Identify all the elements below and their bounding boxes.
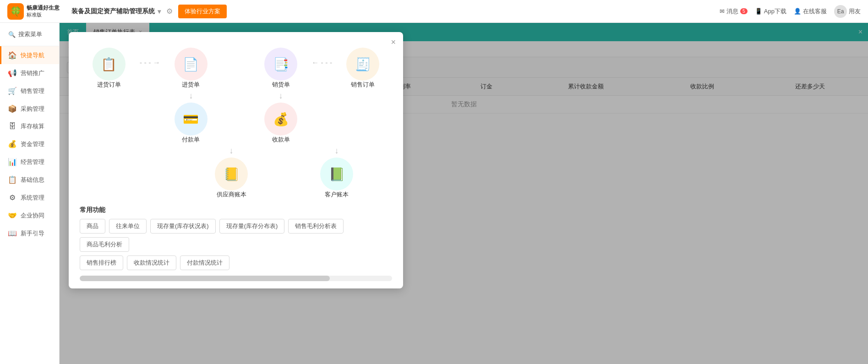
sales-order-label: 销售订单 <box>351 81 375 89</box>
purchase-slip-icon: 📄 <box>183 57 199 72</box>
home-icon: 🏠 <box>8 51 17 60</box>
supplier-ledger-label: 供应商账本 <box>217 190 246 199</box>
finance-icon: 💰 <box>8 140 17 148</box>
system-title: 装备及固定资产辅助管理系统 ▾ <box>71 7 161 16</box>
content-area: 首页 销售订单执行表 × × ❓ 帮助 🖨 按模板打印 ▾ <box>60 23 868 364</box>
purchase-slip-label: 进货单 <box>182 81 200 89</box>
wf-supplier-ledger: 📒 供应商账本 <box>197 158 266 199</box>
inventory-icon: 🗄 <box>8 122 17 130</box>
sidebar-item-sales[interactable]: 🛒 销售管理 <box>0 82 59 100</box>
supplier-ledger-icon-circle: 📒 <box>215 158 248 190</box>
sidebar-item-guide[interactable]: 📖 新手引导 <box>0 224 59 242</box>
arrow-down-sales: ↓ <box>251 89 310 103</box>
sidebar-search-area: 🔍 搜索菜单 <box>0 23 59 46</box>
payment-slip-label: 付款单 <box>182 136 200 144</box>
sales-slip-label: 销货单 <box>272 81 290 89</box>
wf-payment-slip: 💳 付款单 <box>162 103 220 144</box>
common-btn-receipt-stats[interactable]: 收款情况统计 <box>127 255 176 270</box>
sales-slip-icon: 📑 <box>273 57 289 72</box>
sidebar-item-marketing[interactable]: 📢 营销推广 <box>0 64 59 82</box>
online-service-button[interactable]: 👤 在线客服 <box>794 7 827 16</box>
customer-ledger-icon: 📗 <box>329 167 345 182</box>
sales-slip-icon-circle: 📑 <box>264 48 297 81</box>
workflow-diagram: 📋 进货订单 - - - → 📄 进货单 <box>80 43 392 199</box>
message-button[interactable]: ✉ 消息 5 <box>720 7 748 16</box>
popup-card: × 📋 进货订单 - - - → <box>69 32 403 288</box>
popup-close-button[interactable]: × <box>391 38 396 47</box>
popup-scrollbar[interactable] <box>80 276 392 281</box>
common-buttons-row-1: 商品 往来单位 现存量(库存状况表) 现存量(库存分布表) 销售毛利分析表 商品… <box>80 219 392 252</box>
search-icon: 🔍 <box>8 31 16 38</box>
wf-sales-slip: 📑 销货单 <box>251 48 310 89</box>
payment-slip-icon-circle: 💳 <box>175 103 207 136</box>
purchase-order-icon-circle: 📋 <box>93 48 126 81</box>
system-dropdown-arrow[interactable]: ▾ <box>158 8 161 15</box>
sidebar: 🔍 搜索菜单 🏠 快捷导航 📢 营销推广 🛒 销售管理 📦 <box>0 23 60 364</box>
sidebar-item-operation[interactable]: 📊 经营管理 <box>0 153 59 171</box>
wf-purchase-order: 📋 进货订单 <box>80 48 138 89</box>
message-badge: 5 <box>740 8 748 14</box>
sidebar-item-finance[interactable]: 💰 资金管理 <box>0 135 59 153</box>
common-buttons-row-2: 销售排行榜 收款情况统计 付款情况统计 <box>80 255 392 270</box>
sidebar-item-quick-nav[interactable]: 🏠 快捷导航 <box>0 46 59 64</box>
purchase-icon: 📦 <box>8 104 17 113</box>
marketing-icon: 📢 <box>8 69 17 77</box>
basic-info-icon: 📋 <box>8 175 17 184</box>
workflow-arrows-row-2: ↓ ↓ <box>80 144 392 158</box>
sales-icon: 🛒 <box>8 87 17 95</box>
settings-icon[interactable]: ⚙ <box>166 7 173 16</box>
system-icon: ⚙ <box>8 193 17 202</box>
logo-area: 🍀 畅康通好生意 标准版 <box>7 3 67 20</box>
sales-order-icon: 🧾 <box>355 57 371 72</box>
purchase-order-label: 进货订单 <box>97 81 121 89</box>
app-container: 🍀 畅康通好生意 标准版 装备及固定资产辅助管理系统 ▾ ⚙ 体验行业方案 ✉ … <box>0 0 868 364</box>
sidebar-item-system[interactable]: ⚙ 系统管理 <box>0 189 59 206</box>
sales-order-icon-circle: 🧾 <box>346 48 379 81</box>
common-btn-product-gross[interactable]: 商品毛利分析 <box>80 237 129 252</box>
purchase-order-icon: 📋 <box>101 57 117 72</box>
receipt-slip-label: 收款单 <box>272 136 290 144</box>
guide-icon: 📖 <box>8 229 17 238</box>
customer-ledger-icon-circle: 📗 <box>320 158 353 190</box>
sidebar-item-inventory[interactable]: 🗄 库存核算 <box>0 118 59 135</box>
arrow-down-receipt: ↓ <box>302 144 371 158</box>
workflow-row-3: 📒 供应商账本 📗 客户账本 <box>80 158 392 199</box>
common-btn-sales-gross[interactable]: 销售毛利分析表 <box>288 219 344 234</box>
sidebar-nav: 🏠 快捷导航 📢 营销推广 🛒 销售管理 📦 采购管理 🗄 库存核 <box>0 46 59 242</box>
avatar: Ea <box>834 5 847 18</box>
user-area[interactable]: Ea 用友 <box>834 5 861 18</box>
arrow-purchase: - - - → <box>138 59 162 67</box>
arrow-sales: - - - → <box>310 59 333 67</box>
sidebar-item-basic-info[interactable]: 📋 基础信息 <box>0 171 59 189</box>
service-icon: 👤 <box>794 8 801 15</box>
common-btn-payment-stats[interactable]: 付款情况统计 <box>180 255 229 270</box>
common-btn-stock-dist[interactable]: 现存量(库存分布表) <box>219 219 285 234</box>
common-btn-stock-status[interactable]: 现存量(库存状况表) <box>150 219 216 234</box>
common-functions-title: 常用功能 <box>80 206 392 214</box>
operation-icon: 📊 <box>8 158 17 166</box>
app-download-button[interactable]: 📱 App下载 <box>755 7 786 16</box>
workflow-arrows-row: ↓ ↓ <box>80 89 392 103</box>
arrow-down-payment: ↓ <box>197 144 266 158</box>
common-btn-partner[interactable]: 往来单位 <box>109 219 147 234</box>
wf-sales-order: 🧾 销售订单 <box>333 48 392 89</box>
download-icon: 📱 <box>755 8 762 15</box>
common-functions-section: 常用功能 商品 往来单位 现存量(库存状况表) 现存量(库存分布表) 销售毛利分… <box>80 206 392 270</box>
common-btn-product[interactable]: 商品 <box>80 219 105 234</box>
message-icon: ✉ <box>720 8 725 15</box>
workflow-row-2: 💳 付款单 💰 收款单 <box>80 103 392 144</box>
popup-overlay[interactable]: × 📋 进货订单 - - - → <box>60 23 868 364</box>
trial-button[interactable]: 体验行业方案 <box>178 5 227 18</box>
wf-receipt-slip: 💰 收款单 <box>251 103 310 144</box>
wf-purchase-slip: 📄 进货单 <box>162 48 220 89</box>
sidebar-item-purchase[interactable]: 📦 采购管理 <box>0 100 59 118</box>
search-menu-button[interactable]: 🔍 搜索菜单 <box>5 27 55 41</box>
top-right-area: ✉ 消息 5 📱 App下载 👤 在线客服 Ea 用友 <box>720 5 861 18</box>
top-bar: 🍀 畅康通好生意 标准版 装备及固定资产辅助管理系统 ▾ ⚙ 体验行业方案 ✉ … <box>0 0 868 23</box>
common-btn-sales-rank[interactable]: 销售排行榜 <box>80 255 123 270</box>
sidebar-item-enterprise[interactable]: 🤝 企业协同 <box>0 206 59 224</box>
supplier-ledger-icon: 📒 <box>224 167 240 182</box>
purchase-slip-icon-circle: 📄 <box>175 48 207 81</box>
customer-ledger-label: 客户账本 <box>325 190 349 199</box>
wf-customer-ledger: 📗 客户账本 <box>302 158 371 199</box>
